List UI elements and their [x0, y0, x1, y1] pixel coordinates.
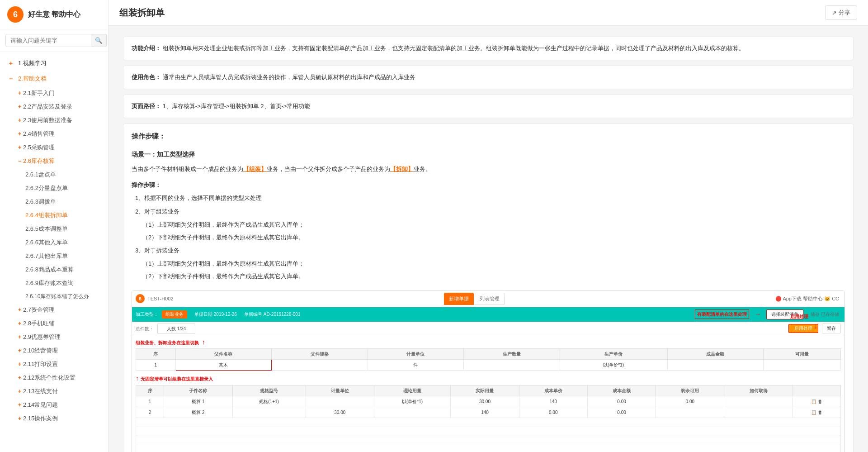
app-mockup: 6 TEST-H002 新增单据 列表管理 🔴 App下载 帮: [132, 291, 844, 452]
sidebar-item-mobile[interactable]: + 2.8手机旺铺: [0, 317, 108, 330]
col-parent-name: 父件名称: [175, 349, 272, 360]
sidebar-item-assembly[interactable]: 2.6.4组装拆卸单: [0, 209, 108, 222]
step2-sub1: （1）上部明细为父件明细，最终作为产成品生成其它入库单；: [132, 219, 845, 230]
sidebar-item-dataprep[interactable]: + 2.3使用前数据准备: [0, 114, 108, 127]
main-content: 功能介绍： 组装拆卸单用来处理企业组装或拆卸等加工业务，支持有固定装配清单的产品…: [108, 26, 868, 452]
sidebar-item-personalize[interactable]: + 2.12系统个性化设置: [0, 371, 108, 385]
sidebar-item-install[interactable]: + 2.2产品安装及登录: [0, 100, 108, 114]
sidebar-item-print[interactable]: + 2.11打印设置: [0, 357, 108, 371]
bottom-table: 序 子件名称 规格型号 计量单位 理论用量 实际用量 成本单价 成本金额 剩余可…: [136, 385, 841, 452]
annotation-text-3: 启用处理: [790, 313, 808, 320]
main-header: 组装拆卸单 ↗ 分享: [108, 0, 868, 26]
path-text: 1、库存核算->库存管理->组装拆卸单 2、首页->常用功能: [163, 103, 311, 109]
search-bar: 🔍: [0, 29, 108, 52]
app-tab-new[interactable]: 新增单据: [444, 293, 474, 305]
share-button[interactable]: ↗ 分享: [825, 5, 857, 20]
sidebar-item-other-in[interactable]: 2.6.6其他入库单: [0, 236, 108, 249]
step3: 3、对于拆装业务: [132, 245, 845, 256]
sidebar: 6 好生意 帮助中心 🔍 + 1.视频学习 − 2.帮助文档 + 2.1新手入门…: [0, 0, 108, 452]
app-top-bar: 6 TEST-H002 新增单据 列表管理 🔴 App下载 帮: [132, 291, 844, 307]
app-tab-list[interactable]: 列表管理: [475, 293, 505, 305]
sidebar-item-other-out[interactable]: 2.6.7其他出库单: [0, 249, 108, 263]
sidebar-item-adjust[interactable]: 2.6.3调拨单: [0, 195, 108, 209]
sidebar-header: 6 好生意 帮助中心: [0, 0, 108, 29]
sidebar-item-coupon[interactable]: + 2.9优惠券管理: [0, 330, 108, 344]
temp-save-btn[interactable]: 暂存: [822, 324, 841, 333]
col-produce-qty: 生产数量: [464, 349, 560, 360]
form-qty-label: 总件数：: [136, 325, 154, 333]
annotation-row-4: ↑ 无固定清单可以组装在这里直接录入: [132, 372, 844, 385]
sidebar-item-ops[interactable]: + 2.10经营管理: [0, 344, 108, 357]
bottom-table-wrapper: 序 子件名称 规格型号 计量单位 理论用量 实际用量 成本单价 成本金额 剩余可…: [132, 385, 844, 452]
sidebar-nav: + 1.视频学习 − 2.帮助文档 + 2.1新手入门 + 2.2产品安装及登录…: [0, 52, 108, 452]
table-row: 1 其木 件 以(单价*1): [136, 360, 841, 371]
arrow-icon-3: ↓: [814, 320, 817, 332]
plus-icon: +: [7, 60, 14, 67]
teal-date-label: 单据日期 2019-12-26: [194, 310, 237, 318]
sidebar-item-sales[interactable]: + 2.4销售管理: [0, 127, 108, 141]
app-title: 好生意 帮助中心: [28, 10, 80, 19]
col-seq: 序: [136, 349, 176, 360]
scene1-title: 场景一：加工类型选择: [132, 149, 845, 160]
app-tabs: 新增单据 列表管理: [444, 293, 505, 305]
steps-title: 操作步骤：: [132, 130, 845, 142]
col-product-amount: 成品金额: [667, 349, 764, 360]
table-row-empty: [136, 445, 841, 452]
page-title: 组装拆卸单: [119, 7, 165, 19]
logo-icon: 6: [7, 6, 24, 23]
role-box: 使用角色： 通常由生产人员或库管人员完成拆装业务的操作，库管人员确认原材料的出库…: [123, 66, 854, 89]
teal-header: 加工类型： 组装业务 单据日期 2019-12-26 单据编号 AD-20191…: [132, 307, 844, 322]
step2: 2、对于组装业务: [132, 206, 845, 217]
table-row-empty: [136, 436, 841, 445]
form-qty-input[interactable]: 人数 1/34: [157, 324, 195, 334]
step3-sub2: （2）下部明细为子件明细，最终作为产成品生成其它入库单。: [132, 271, 845, 281]
assembly-type-btn[interactable]: 组装业务: [162, 310, 187, 319]
sidebar-item-finance[interactable]: + 2.7资金管理: [0, 303, 108, 317]
app-logo-small: 6: [136, 294, 145, 303]
sidebar-item-video[interactable]: + 1.视频学习: [0, 56, 108, 71]
step2-sub2: （2）下部明细为子件明细，最终作为原材料生成其它出库单。: [132, 232, 845, 243]
table-row: 1 概算 1 规格(1+1) 以(单价*1) 30.00 140 0.00 0.…: [136, 396, 841, 407]
sidebar-item-inventory[interactable]: − 2.6库存核算: [0, 154, 108, 168]
arrow-icon-1: →: [755, 309, 761, 320]
arrow-icon-4: ↑: [136, 373, 139, 384]
role-label: 使用角色：: [132, 74, 161, 81]
step1: 1、根据不同的业务，选择不同单据的类型来处理: [132, 193, 845, 203]
sidebar-item-purchase[interactable]: + 2.5采购管理: [0, 141, 108, 154]
intro-text: 组装拆卸单用来处理企业组装或拆卸等加工业务，支持有固定装配清单的产品加工业务，也…: [163, 45, 745, 52]
table-row-empty: [136, 427, 841, 436]
annotation-row-2: 组装业务、拆卸业务在这里切换 ↑: [132, 336, 844, 349]
table-row: 2 概算 2 30.00 140 0.00 0.00: [136, 407, 841, 418]
sidebar-item-ledger-error[interactable]: 2.6.10库存账本错了怎么办: [0, 290, 108, 303]
arrow-icon-2: ↑: [202, 338, 205, 346]
sidebar-item-docs[interactable]: − 2.帮助文档: [0, 71, 108, 86]
annotation-text-2: 组装业务、拆卸业务在这里切换: [136, 340, 199, 345]
col-available: 可用量: [764, 349, 841, 360]
share-icon: ↗: [832, 10, 837, 16]
sidebar-item-cases[interactable]: + 2.15操作案例: [0, 412, 108, 425]
sidebar-item-sub-stock[interactable]: 2.6.2分量盘点单: [0, 181, 108, 195]
app-icons-bar: 🔴 App下载 帮助中心 🐱 CC: [775, 295, 839, 303]
plus-icon-sm: +: [18, 90, 21, 96]
sidebar-item-stock-count[interactable]: 2.6.1盘点单: [0, 168, 108, 181]
annotation-text-1: 有装配清单的在这里处理: [695, 309, 749, 319]
app-id: TEST-H002: [147, 295, 173, 303]
sidebar-item-newcomer[interactable]: + 2.1新手入门: [0, 86, 108, 100]
sidebar-item-payment[interactable]: + 2.13在线支付: [0, 385, 108, 398]
teal-order-label: 单据编号 AD-20191226-001: [244, 310, 301, 318]
sidebar-item-faq[interactable]: + 2.14常见问题: [0, 398, 108, 412]
col-unit: 计量单位: [368, 349, 464, 360]
sidebar-item-ledger-check[interactable]: 2.6.9库存账本查询: [0, 276, 108, 290]
steps-intro: 操作步骤：: [132, 180, 845, 190]
form-row: 总件数： 人数 1/34 启用处理 ↓ 启用处理 暂存: [132, 322, 844, 336]
search-button[interactable]: 🔍: [91, 34, 107, 47]
minus-icon: −: [7, 75, 14, 82]
col-unit-price: 生产单价: [560, 349, 667, 360]
path-box: 页面路径： 1、库存核算->库存管理->组装拆卸单 2、首页->常用功能: [123, 95, 854, 118]
role-text: 通常由生产人员或库管人员完成拆装业务的操作，库管人员确认原材料的出库和产成品的入…: [163, 74, 415, 81]
intro-label: 功能介绍：: [132, 45, 161, 52]
search-input[interactable]: [5, 34, 91, 47]
top-table-wrapper: 序 父件名称 父件规格 计量单位 生产数量 生产单价 成品金额 可用量: [132, 348, 844, 372]
sidebar-item-cost-calc[interactable]: 2.6.8商品成本重算: [0, 263, 108, 276]
sidebar-item-cost-adjust[interactable]: 2.6.5成本调整单: [0, 222, 108, 236]
